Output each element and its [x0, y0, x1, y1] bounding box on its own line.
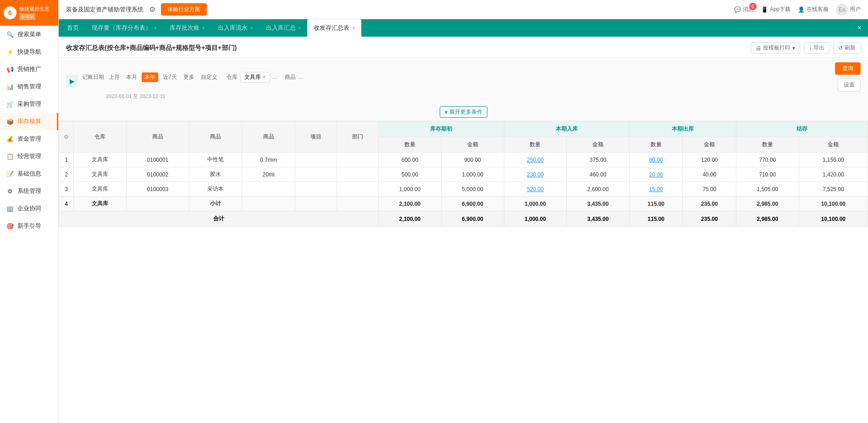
- sidebar-item-finance[interactable]: 💰 资金管理: [0, 130, 58, 148]
- tab-home[interactable]: 首页: [61, 19, 85, 37]
- tab-stock-dist-close[interactable]: ×: [154, 26, 157, 31]
- tab-recv-send[interactable]: 收发存汇总表 ×: [307, 19, 361, 37]
- system-settings-icon[interactable]: ⚙: [149, 5, 155, 14]
- header-right: 💬 消息 6 📱 App下载 👤 在线客服 Ea 用户: [734, 4, 861, 16]
- row-in-qty[interactable]: 250.00: [504, 153, 567, 167]
- tab-home-label: 首页: [67, 24, 79, 32]
- filter-toggle-button[interactable]: ▶: [66, 75, 78, 88]
- row-in-qty[interactable]: 520.00: [504, 182, 567, 197]
- tab-summary-close[interactable]: ×: [299, 26, 301, 31]
- sidebar-item-basic[interactable]: 📝 基础信息: [0, 165, 58, 182]
- date-btn-more[interactable]: 更多: [182, 72, 196, 82]
- row-in-amt: 460.00: [567, 167, 630, 182]
- print-button[interactable]: 🖨 按模板打印 ▾: [751, 42, 800, 54]
- filter-settings-button[interactable]: 设置: [838, 78, 861, 92]
- sidebar-item-quick[interactable]: ⚡ 快捷导航: [0, 43, 58, 60]
- row-in-qty-link[interactable]: 520.00: [527, 186, 544, 192]
- table-settings-icon[interactable]: ⚙: [64, 134, 69, 140]
- sidebar-logo: 6 畅捷通好生意 标准版: [0, 0, 58, 26]
- sidebar-item-sales[interactable]: 📊 销售管理: [0, 78, 58, 95]
- sidebar-item-corp[interactable]: 🏢 企业协同: [0, 200, 58, 217]
- expand-conditions-button[interactable]: ▾ 展开更多条件: [440, 106, 487, 118]
- tab-stock-dist[interactable]: 现存量（库存分布表） ×: [85, 19, 163, 37]
- row-in-qty[interactable]: 1,000.00: [504, 197, 567, 211]
- logo-tag: 标准版: [19, 13, 35, 20]
- tab-flow-close[interactable]: ×: [250, 26, 253, 31]
- row-out-qty[interactable]: 20.00: [629, 167, 683, 182]
- warehouse-more[interactable]: ...: [273, 74, 277, 80]
- refresh-button[interactable]: ↺ 刷新: [833, 42, 861, 54]
- message-action[interactable]: 💬 消息 6: [734, 5, 754, 13]
- app-download-action[interactable]: 📱 App下载: [761, 5, 791, 13]
- user-action[interactable]: Ea 用户: [836, 4, 861, 16]
- sidebar-item-purchase-label: 采购管理: [17, 100, 41, 108]
- row-out-qty[interactable]: 80.00: [629, 153, 683, 167]
- row-balance-qty: 2,985.00: [736, 197, 799, 211]
- date-btn-last-month[interactable]: 上月: [107, 72, 122, 82]
- row-project: [295, 197, 337, 211]
- row-in-qty[interactable]: 230.00: [504, 167, 567, 182]
- row-out-qty-link[interactable]: 15.00: [649, 186, 663, 192]
- message-badge: 6: [749, 3, 757, 10]
- tab-summary[interactable]: 出入库汇总 ×: [260, 19, 308, 37]
- page-content: 收发存汇总表(按仓库+商品编码+商品+规格型号+项目+部门) 🖨 按模板打印 ▾…: [59, 37, 868, 423]
- sidebar-item-quick-label: 快捷导航: [17, 48, 41, 56]
- footer-opening-qty: 2,100.00: [379, 211, 442, 227]
- tab-flow[interactable]: 出入库流水 ×: [211, 19, 260, 37]
- row-in-amt: 375.00: [567, 153, 630, 167]
- system-title: 装备及固定资产辅助管理系统: [66, 5, 144, 14]
- row-in-qty-link[interactable]: 250.00: [527, 157, 544, 163]
- close-all-tabs[interactable]: ×: [853, 24, 866, 32]
- filter-row-1: 记账日期 上月 本月 本年 近7天 更多 自定义 仓库: [82, 62, 861, 92]
- tab-batch[interactable]: 库存批次账 ×: [163, 19, 211, 37]
- th-balance-group: 结存: [736, 121, 868, 137]
- service-icon: 👤: [798, 6, 805, 13]
- sidebar-item-system[interactable]: ⚙ 系统管理: [0, 182, 58, 200]
- inventory-icon: 📦: [6, 118, 14, 125]
- trial-button[interactable]: 体验行业方案: [161, 3, 207, 16]
- row-in-qty-link[interactable]: 230.00: [527, 171, 544, 178]
- row-out-qty-link[interactable]: 80.00: [649, 157, 663, 163]
- warehouse-tag-close[interactable]: ×: [263, 74, 266, 80]
- date-range-display: 2023-01-01 至 2023-12-31: [106, 93, 861, 100]
- goods-more[interactable]: ...: [299, 74, 303, 80]
- date-btn-custom[interactable]: 自定义: [199, 72, 219, 82]
- th-in-amt: 金额: [567, 137, 630, 153]
- date-btn-this-year[interactable]: 本年: [142, 72, 158, 82]
- message-icon: 💬: [734, 6, 741, 13]
- date-btn-7days[interactable]: 近7天: [161, 72, 179, 82]
- tab-recv-send-close[interactable]: ×: [352, 26, 355, 31]
- row-out-qty[interactable]: 15.00: [629, 182, 683, 197]
- row-department: [337, 153, 379, 167]
- sidebar-item-purchase[interactable]: 🛒 采购管理: [0, 95, 58, 113]
- th-settings: ⚙: [59, 121, 74, 153]
- refresh-icon: ↺: [838, 45, 843, 51]
- sidebar-item-guide[interactable]: 🎯 新手引导: [0, 217, 58, 235]
- th-in-qty: 数量: [504, 137, 567, 153]
- tab-bar: 首页 现存量（库存分布表） × 库存批次账 × 出入库流水 × 出入库汇总 × …: [59, 19, 868, 37]
- system-icon: ⚙: [6, 187, 14, 195]
- sidebar-item-search-label: 搜索菜单: [17, 30, 41, 38]
- query-button[interactable]: 查询: [835, 62, 861, 75]
- sidebar-item-marketing[interactable]: 📢 营销推广: [0, 60, 58, 78]
- row-no: 1: [59, 153, 74, 167]
- row-goods-spec: 20ml: [242, 167, 295, 182]
- row-out-qty-link[interactable]: 20.00: [649, 171, 663, 178]
- row-out-amt: 120.00: [683, 153, 736, 167]
- sales-icon: 📊: [6, 83, 14, 90]
- row-out-qty[interactable]: 115.00: [629, 197, 683, 211]
- page-inner: 收发存汇总表(按仓库+商品编码+商品+规格型号+项目+部门) 🖨 按模板打印 ▾…: [59, 37, 868, 423]
- print-dropdown-icon: ▾: [792, 45, 795, 51]
- tab-batch-close[interactable]: ×: [202, 26, 205, 31]
- sidebar-item-operations[interactable]: 📋 经营管理: [0, 148, 58, 165]
- online-service-action[interactable]: 👤 在线客服: [798, 5, 829, 13]
- export-button[interactable]: ↓ 导出: [804, 42, 829, 54]
- sidebar-item-search[interactable]: 🔍 搜索菜单: [0, 26, 58, 43]
- row-balance-amt: 1,155.00: [799, 153, 868, 167]
- goods-label: 商品: [285, 73, 296, 81]
- date-btn-this-month[interactable]: 本月: [124, 72, 139, 82]
- table-row: 2文具库0100002胶水20ml500.001,000.00230.00460…: [59, 167, 868, 182]
- date-filter-label: 记账日期: [82, 73, 104, 81]
- sidebar-item-inventory[interactable]: 📦 库存核算: [0, 113, 58, 130]
- user-avatar: Ea: [836, 4, 848, 16]
